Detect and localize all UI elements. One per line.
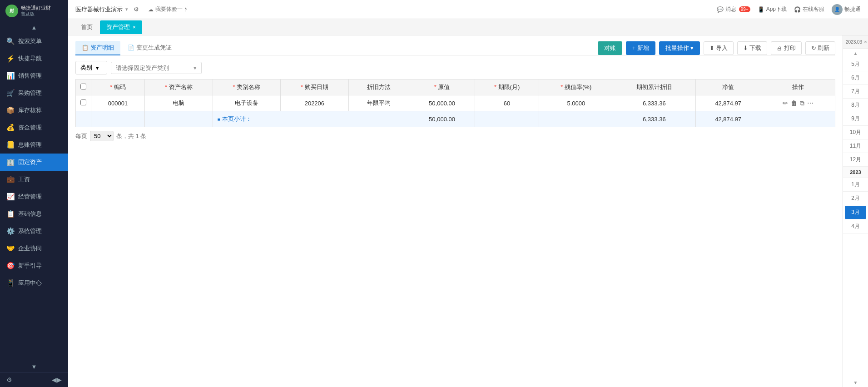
tab-asset-management[interactable]: 资产管理 ×: [100, 20, 142, 34]
new-label: + 新增: [632, 44, 649, 52]
messages-btn[interactable]: 💬 消息 99+: [717, 5, 750, 13]
cell-code-0: 000001: [91, 95, 145, 111]
sidebar-item-inventory[interactable]: 📦库存核算: [0, 102, 68, 119]
month-11月[interactable]: 11月: [843, 139, 868, 153]
sidebar-label-payroll: 工资: [18, 175, 30, 184]
month-10月[interactable]: 10月: [843, 126, 868, 139]
month-12月[interactable]: 12月: [843, 153, 868, 167]
sidebar-label-ledger: 总账管理: [18, 141, 42, 149]
sidebar-scroll: 🔍搜索菜单⚡快捷导航📊销售管理🛒采购管理📦库存核算💰资金管理📒总账管理🏢固定资产…: [0, 33, 68, 362]
sidebar-item-operations[interactable]: 📈经营管理: [0, 188, 68, 205]
select-all-checkbox[interactable]: [80, 84, 86, 89]
category-input[interactable]: [116, 64, 193, 71]
enterprise-icon: 🤝: [6, 244, 15, 253]
month-2月[interactable]: 2月: [843, 192, 868, 205]
main-area: 医疗器械行业演示 ▾ ⚙ ☁ 我要体验一下 💬 消息 99+ 📱 App下载 🎧…: [68, 0, 868, 387]
edit-icon-0[interactable]: ✏: [783, 99, 788, 107]
table-row: 000001 电脑 电子设备 202206 年限平均 50,000.00 60 …: [76, 95, 835, 111]
th-initial-accumulated: 期初累计折旧: [613, 79, 695, 95]
month-1月[interactable]: 1月: [843, 178, 868, 192]
subtotal-net-val: 42,874.97: [695, 111, 761, 127]
sidebar-bottom: ⚙ ◀▶: [0, 372, 68, 387]
sidebar-item-basic-info[interactable]: 📋基础信息: [0, 205, 68, 223]
app-download-btn[interactable]: 📱 App下载: [758, 5, 787, 13]
inventory-icon: 📦: [6, 106, 15, 114]
batch-button[interactable]: 批量操作 ▾: [659, 41, 700, 55]
topbar-right: 💬 消息 99+ 📱 App下载 🎧 在线客服 👤 畅捷通: [717, 4, 861, 15]
tab-home[interactable]: 首页: [75, 20, 98, 34]
sidebar-item-purchase[interactable]: 🛒采购管理: [0, 84, 68, 102]
app-download-label: App下载: [766, 5, 787, 13]
experience-label[interactable]: 我要体验一下: [155, 5, 188, 13]
filter-row: 类别 ▾ ▾: [75, 61, 835, 74]
subtotal-init-acc: 6,333.36: [613, 111, 695, 127]
online-service-btn[interactable]: 🎧 在线客服: [794, 5, 824, 13]
sidebar-item-search[interactable]: 🔍搜索菜单: [0, 33, 68, 50]
sidebar-item-enterprise[interactable]: 🤝企业协同: [0, 240, 68, 257]
dropdown-arrow-icon[interactable]: ▾: [193, 64, 197, 71]
reconcile-button[interactable]: 对账: [598, 41, 622, 55]
th-action: 操作: [761, 79, 835, 95]
import-label: 导入: [716, 44, 728, 52]
sidebar-item-finance[interactable]: 💰资金管理: [0, 119, 68, 136]
month-6月[interactable]: 6月: [843, 71, 868, 85]
guide-icon: 🎯: [6, 262, 15, 270]
sidebar-label-purchase: 采购管理: [18, 89, 42, 97]
month-3月[interactable]: 3月: [845, 206, 866, 219]
sidebar-scroll-down[interactable]: ▼: [0, 362, 68, 372]
reconcile-label: 对账: [604, 45, 616, 51]
month-7月[interactable]: 7月: [843, 85, 868, 99]
category-filter[interactable]: 类别 ▾: [75, 61, 107, 74]
month-8月[interactable]: 8月: [843, 99, 868, 112]
search-icon: 🔍: [6, 37, 15, 45]
copy-icon-0[interactable]: ⧉: [800, 99, 804, 107]
more-icon-0[interactable]: ⋯: [807, 99, 813, 107]
download-button[interactable]: ⬇ 下载: [737, 41, 767, 55]
sidebar-label-enterprise: 企业协同: [18, 244, 42, 253]
panel-close-icon[interactable]: ×: [862, 37, 868, 47]
user-section[interactable]: 👤 畅捷通: [832, 4, 861, 15]
sidebar-item-payroll[interactable]: 💼工资: [0, 171, 68, 188]
collapse-icon[interactable]: ◀▶: [52, 376, 62, 383]
panel-up-arrow[interactable]: ▲: [852, 49, 860, 58]
year-label: 2023: [843, 167, 868, 178]
sub-tab-change-voucher[interactable]: 📄 变更生成凭证: [121, 41, 178, 55]
batch-label: 批量操作: [665, 44, 689, 52]
subtotal-row: ■本页小计： 50,000.00 6,333.36 42,874.97: [76, 111, 835, 127]
sidebar-item-system[interactable]: ⚙️系统管理: [0, 223, 68, 240]
delete-icon-0[interactable]: 🗑: [791, 99, 797, 107]
month-9月[interactable]: 9月: [843, 112, 868, 126]
total-label: 条，共 1 条: [116, 132, 146, 140]
per-page-select[interactable]: 50 100: [90, 131, 114, 141]
sidebar-item-ledger[interactable]: 📒总账管理: [0, 136, 68, 154]
sidebar-item-app-center[interactable]: 📱应用中心: [0, 274, 68, 292]
month-5月[interactable]: 5月: [843, 58, 868, 71]
month-4月[interactable]: 4月: [843, 220, 868, 233]
sidebar-item-guide[interactable]: 🎯新手引导: [0, 257, 68, 274]
refresh-button[interactable]: ↻ 刷新: [805, 41, 835, 55]
message-icon: 💬: [717, 6, 724, 13]
row-check-0[interactable]: [80, 99, 86, 105]
import-button[interactable]: ⬆ 导入: [704, 41, 734, 55]
company-chevron-icon[interactable]: ▾: [125, 6, 128, 12]
subtotal-empty3: [475, 111, 539, 127]
panel-down-arrow[interactable]: ▼: [852, 378, 860, 387]
sidebar-item-sales[interactable]: 📊销售管理: [0, 67, 68, 84]
settings-icon[interactable]: ⚙: [6, 376, 12, 383]
subtotal-empty2: [144, 111, 213, 127]
th-purchase-date: 购买日期: [281, 79, 349, 95]
sub-tab-asset-detail[interactable]: 📋 资产明细: [75, 41, 120, 55]
sidebar-item-quick-nav[interactable]: ⚡快捷导航: [0, 50, 68, 67]
online-service-label: 在线客服: [803, 5, 824, 13]
download-label: 下载: [749, 44, 761, 52]
new-button[interactable]: + 新增: [626, 41, 655, 55]
tab-close-icon[interactable]: ×: [133, 24, 136, 30]
sidebar-scroll-up[interactable]: ▲: [0, 22, 68, 33]
sales-icon: 📊: [6, 72, 15, 80]
topbar-gear-icon[interactable]: ⚙: [134, 6, 139, 13]
right-panel-header: 2023.03 × ⤢: [843, 35, 868, 49]
topbar: 医疗器械行业演示 ▾ ⚙ ☁ 我要体验一下 💬 消息 99+ 📱 App下载 🎧…: [68, 0, 868, 19]
app-edition: 普及版: [21, 11, 51, 17]
sidebar-item-fixed-assets[interactable]: 🏢固定资产: [0, 154, 68, 171]
print-button[interactable]: 🖨 打印: [771, 41, 802, 55]
